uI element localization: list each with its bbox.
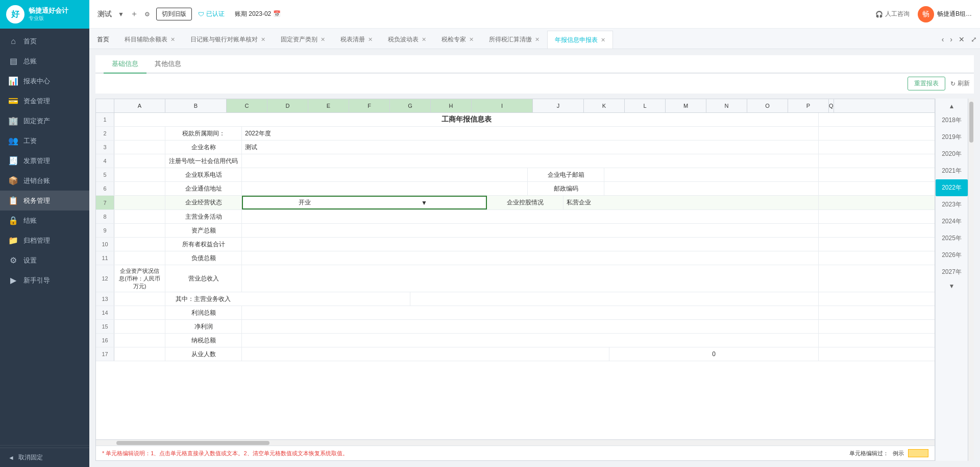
tab-taxwave[interactable]: 税负波动表✕ [380, 30, 434, 49]
year-item-2018年[interactable]: 2018年 [936, 112, 968, 129]
table-row[interactable]: 3企业名称测试 [96, 141, 935, 154]
table-row[interactable]: 4注册号/统一社会信用代码 [96, 154, 935, 168]
tab-prev-btn[interactable]: ‹ [939, 30, 947, 49]
cell-r4-a[interactable] [114, 154, 165, 168]
table-row[interactable]: 7企业经营状态开业▼企业控股情况私营企业 [96, 196, 935, 210]
col-header-A[interactable]: A [114, 99, 165, 112]
table-row[interactable]: 12企业资产状况信息(币种：人民币万元)营业总收入 [96, 265, 935, 292]
cell-r8-val[interactable] [242, 210, 819, 223]
tab-close-all-btn[interactable]: ✕ [955, 30, 968, 49]
table-row[interactable]: 17从业人数0 [96, 347, 935, 361]
cell-r17-count[interactable]: 0 [609, 347, 819, 361]
tab-taxcheck[interactable]: 税检专家✕ [434, 30, 481, 49]
dropdown-arrow-icon[interactable]: ▼ [365, 199, 483, 206]
sidebar-item-archive[interactable]: 📁归档管理 [0, 230, 89, 250]
year-item-2025年[interactable]: 2025年 [936, 230, 968, 247]
col-header-E[interactable]: E [308, 99, 349, 112]
reset-btn[interactable]: 重置报表 [908, 77, 945, 90]
cell-r3-a[interactable] [114, 141, 165, 154]
year-item-2020年[interactable]: 2020年 [936, 146, 968, 162]
year-item-2019年[interactable]: 2019年 [936, 129, 968, 146]
cell-r6-a[interactable] [114, 182, 165, 195]
cell-r5-a[interactable] [114, 168, 165, 181]
col-header-D[interactable]: D [267, 99, 308, 112]
col-header-I[interactable]: I [472, 99, 533, 112]
table-row[interactable]: 1工商年报信息表 [96, 113, 935, 127]
col-header-M[interactable]: M [666, 99, 706, 112]
sidebar-item-finance[interactable]: 💳资金管理 [0, 91, 89, 111]
tab-close-journal[interactable]: ✕ [261, 36, 265, 43]
sidebar-item-closing[interactable]: 🔒结账 [0, 211, 89, 230]
cell-r8-a[interactable] [114, 210, 165, 223]
table-row[interactable]: 14利润总额 [96, 306, 935, 320]
table-row[interactable]: 16纳税总额 [96, 334, 935, 347]
v-scrollbar[interactable] [968, 99, 974, 461]
tab-close-fixed[interactable]: ✕ [321, 36, 325, 43]
year-down-btn[interactable]: ▼ [936, 281, 968, 292]
col-header-K[interactable]: K [584, 99, 625, 112]
col-header-B[interactable]: B [165, 99, 227, 112]
sidebar-item-invoice[interactable]: 🧾发票管理 [0, 151, 89, 171]
cell-r2-val[interactable]: 2022年度 [242, 127, 819, 140]
table-row[interactable]: 8主营业务活动 [96, 210, 935, 224]
service-btn[interactable]: 🎧 人工咨询 [875, 10, 910, 18]
cell-r16-val[interactable] [242, 334, 819, 347]
year-item-2027年[interactable]: 2027年 [936, 264, 968, 281]
cell-r7-control-val[interactable]: 私营企业 [564, 196, 819, 209]
tab-close-taxcheck[interactable]: ✕ [469, 36, 474, 43]
cell-r17-a[interactable] [114, 347, 165, 361]
sidebar-item-tax[interactable]: 📋税务管理 [0, 191, 89, 211]
tab-close-taxform[interactable]: ✕ [368, 36, 373, 43]
sidebar-item-report[interactable]: 📊报表中心 [0, 71, 89, 91]
cell-r14-val[interactable] [242, 306, 819, 319]
refresh-btn[interactable]: ↻ 刷新 [950, 79, 970, 88]
tab-close-income[interactable]: ✕ [535, 36, 540, 43]
cell-r6-addr-val[interactable] [242, 182, 528, 195]
col-header-O[interactable]: O [747, 99, 788, 112]
table-row[interactable]: 11负债总额 [96, 251, 935, 265]
col-header-F[interactable]: F [349, 99, 390, 112]
year-up-btn[interactable]: ▲ [936, 101, 968, 112]
cell-r17-val[interactable] [242, 347, 609, 361]
cell-r12-val[interactable] [242, 265, 819, 292]
year-item-2024年[interactable]: 2024年 [936, 213, 968, 230]
year-item-2021年[interactable]: 2021年 [936, 162, 968, 179]
tab-annual[interactable]: 年报信息申报表✕ [547, 31, 613, 49]
cell-r10-val[interactable] [242, 238, 819, 251]
col-header-C[interactable]: C [227, 99, 267, 112]
sidebar-item-home[interactable]: ⌂首页 [0, 32, 89, 51]
tab-close-aux[interactable]: ✕ [170, 36, 175, 43]
cell-r6-postal-val[interactable] [604, 182, 819, 195]
col-header-G[interactable]: G [390, 99, 431, 112]
sub-tab-basic[interactable]: 基础信息 [104, 55, 146, 74]
tab-income[interactable]: 所得税汇算清缴✕ [481, 30, 547, 49]
col-header-J[interactable]: J [533, 99, 584, 112]
cell-r11-val[interactable] [242, 251, 819, 265]
year-item-2023年[interactable]: 2023年 [936, 196, 968, 213]
cell-r4-val[interactable] [242, 154, 819, 168]
col-header-P[interactable]: P [788, 99, 829, 112]
h-scrollbar[interactable] [96, 439, 935, 446]
cell-r13-val[interactable] [410, 292, 819, 306]
sidebar-item-salary[interactable]: 👥工资 [0, 131, 89, 151]
year-item-2026年[interactable]: 2026年 [936, 247, 968, 264]
cell-r2-a[interactable] [114, 127, 165, 140]
cell-r15-val[interactable] [242, 320, 819, 333]
sub-tab-other[interactable]: 其他信息 [146, 55, 189, 74]
cell-r9-val[interactable] [242, 224, 819, 237]
table-row[interactable]: 2税款所属期间：2022年度 [96, 127, 935, 141]
table-row[interactable]: 13其中：主营业务收入 [96, 292, 935, 306]
col-header-H[interactable]: H [431, 99, 472, 112]
tab-next-btn[interactable]: › [947, 30, 955, 49]
tab-close-taxwave[interactable]: ✕ [422, 36, 426, 43]
year-item-2022年[interactable]: 2022年 [936, 179, 968, 196]
tab-expand-btn[interactable]: ⤢ [968, 30, 980, 49]
dropdown-arrow-icon[interactable]: ▼ [118, 11, 124, 18]
table-row[interactable]: 10所有者权益合计 [96, 238, 935, 251]
add-tab-icon[interactable]: ＋ [130, 9, 138, 19]
cell-r5-email-val[interactable] [604, 168, 819, 181]
sidebar-unpin[interactable]: ◄ 取消固定 [0, 448, 89, 467]
tab-home[interactable]: 首页 [89, 30, 117, 49]
tab-journal[interactable]: 日记账与银行对账单核对✕ [183, 30, 273, 49]
col-header-L[interactable]: L [625, 99, 666, 112]
